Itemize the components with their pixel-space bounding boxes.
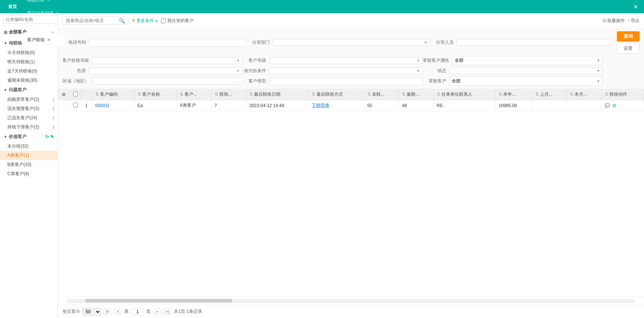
filter-cell-dept: 分管部门 ▼ (246, 39, 430, 46)
sort-icon[interactable]: ⇅ (95, 92, 99, 97)
person-select[interactable]: … (457, 39, 614, 46)
per-page-select[interactable]: 50 100 200 (82, 308, 101, 316)
sidebar-item-label: 持续下滑客户(2) (7, 124, 39, 130)
nav-tab-商品分析列表[interactable]: 商品分析列表✕ (22, 7, 64, 20)
col-header-overdue[interactable]: ⇅逾期... (399, 89, 434, 100)
cust-type-input[interactable] (269, 77, 423, 85)
filter-right-actions: ☑ 批量操作 ↑ 导出 (602, 18, 640, 24)
sidebar-value-item[interactable]: B类客户(33) (0, 160, 58, 169)
sort-icon[interactable]: ⇅ (605, 92, 608, 97)
col-header-current_year[interactable]: ⇅本年... (495, 89, 532, 100)
first-page-btn[interactable]: |< (103, 308, 112, 315)
sidebar-problem-item[interactable]: 持续下滑客户(2) ℹ (0, 123, 58, 132)
retail-select[interactable]: 全部▼ (449, 77, 603, 86)
export-icon: ↑ (628, 18, 630, 23)
col-header-name[interactable]: ⇅客户名称 (134, 89, 176, 100)
sidebar-problem-item[interactable]: 流失预警客户(3) ℹ (0, 104, 58, 113)
settings-button[interactable]: 设置 (617, 43, 640, 54)
tab-close-icon[interactable]: ✕ (47, 38, 50, 42)
export-btn[interactable]: ↑ 导出 (628, 18, 640, 24)
col-header-action[interactable]: ⇅联络动作 (601, 89, 644, 100)
page-input[interactable] (131, 308, 144, 315)
cust-level-select[interactable]: ▼ (269, 57, 423, 64)
row-checkbox[interactable] (73, 103, 78, 107)
sidebar-value-section[interactable]: ▼ 价值客户 ↻ ✎ (0, 132, 58, 142)
col-header-settings[interactable]: ⚙ (58, 89, 70, 100)
main-search-icon[interactable]: 🔍 (119, 18, 125, 24)
row-check (70, 100, 81, 111)
dept-select[interactable]: ▼ (273, 39, 430, 46)
sidebar-problem-item[interactable]: 回购异常客户(2) ℹ (0, 95, 58, 104)
row-type: A类客户 (176, 100, 211, 111)
col-header-contact_count[interactable]: ⇅联络... (211, 89, 246, 100)
row-action: 💬 ⊞ (601, 100, 644, 111)
sort-icon[interactable]: ⇅ (180, 92, 183, 97)
table-body: 1 000031 Ea A类客户 7 2023-04-12 14:44: 下销货… (58, 100, 644, 111)
sort-icon[interactable]: ⇅ (570, 92, 573, 97)
last-page-btn[interactable]: >| (163, 308, 172, 315)
row-contact-count: 7 (211, 100, 246, 111)
col-header-current_month[interactable]: ⇅本月... (567, 89, 602, 100)
price-level-select[interactable]: ▼ (92, 57, 243, 64)
tab-close-icon[interactable]: ✕ (47, 0, 50, 2)
col-header-contact_person[interactable]: ⇅往来单位联系人 (434, 89, 495, 100)
tab-close-icon[interactable]: ✕ (56, 25, 59, 29)
sidebar-value-item[interactable]: A类客户(1) (0, 151, 58, 160)
main-search-input[interactable] (66, 18, 117, 23)
more-conditions-btn[interactable]: ▼ 更多条件 ▲ (131, 18, 158, 24)
nav-tab-商品分析[interactable]: 商品分析✕ (22, 0, 64, 7)
sort-icon[interactable]: ⇅ (402, 92, 405, 97)
sidebar-pending-item[interactable]: 逾期未联络(30) (0, 76, 58, 85)
next-page-btn[interactable]: > (153, 308, 161, 315)
chat-icon[interactable]: 💬 (605, 103, 610, 108)
nav-tab-客户分层经营[interactable]: 客户分层经营✕ (22, 20, 64, 33)
sort-icon[interactable]: ⇅ (249, 92, 253, 97)
sort-icon[interactable]: ⇅ (215, 92, 218, 97)
sort-icon[interactable]: ⇅ (367, 92, 371, 97)
sidebar-pending-item[interactable]: 近7天待联络(0) (0, 67, 58, 76)
col-header-num[interactable] (81, 89, 92, 100)
col-header-type[interactable]: ⇅客户... (176, 89, 211, 100)
sort-icon[interactable]: ⇅ (498, 92, 502, 97)
row-code: 000031 (92, 100, 134, 111)
prev-page-btn[interactable]: < (114, 308, 122, 315)
region-select[interactable]: … (92, 78, 243, 85)
phone-input[interactable] (89, 39, 246, 47)
horizontal-scrollbar[interactable] (67, 299, 635, 303)
nav-home[interactable]: 首页 (3, 0, 22, 13)
sort-icon[interactable]: ⇅ (535, 92, 539, 97)
col-header-last_month[interactable]: ⇅上月... (532, 89, 567, 100)
payment-select[interactable]: ▼ (269, 67, 423, 74)
select-all-checkbox[interactable] (73, 92, 78, 96)
tab-close-icon[interactable]: ✕ (56, 11, 59, 15)
scrollbar-thumb[interactable] (85, 299, 232, 303)
batch-ops-btn[interactable]: ☑ 批量操作 (602, 18, 625, 24)
col-header-last_date[interactable]: ⇅最后联络日期 (246, 89, 309, 100)
query-button[interactable]: 查询 (617, 31, 640, 42)
settings-col-icon[interactable]: ⚙ (62, 92, 66, 97)
sidebar-value-item[interactable]: 未分组(32) (0, 142, 58, 151)
sort-icon[interactable]: ⇅ (137, 92, 141, 97)
sort-icon[interactable]: ⇅ (312, 92, 315, 97)
sidebar-item-label: 近7天待联络(0) (7, 68, 37, 74)
retail-attr-select[interactable]: 全部▼ (452, 56, 603, 65)
sidebar-problem-item[interactable]: 已流失客户(24) ℹ (0, 113, 58, 123)
edit-icon[interactable]: ✎ (50, 134, 54, 139)
nav-tab-客户联络[interactable]: 客户联络✕ (22, 33, 64, 46)
sidebar-value-item[interactable]: C类客户(6) (0, 169, 58, 179)
sidebar-pending-item[interactable]: 今天待联络(0) (0, 48, 58, 57)
sort-icon[interactable]: ⇅ (437, 92, 440, 97)
col-header-code[interactable]: ⇅客户编码 (92, 89, 134, 100)
sidebar-problem-section[interactable]: ▼ 问题客户 (0, 85, 58, 95)
my-customers-checkbox[interactable] (161, 18, 166, 23)
col-header-check[interactable] (70, 89, 81, 100)
sidebar-pending-item[interactable]: 明天待联络(1) (0, 57, 58, 67)
nature-select[interactable]: ▼ (89, 67, 243, 74)
close-all-button[interactable]: ✕ (630, 3, 641, 10)
col-header-not_contact[interactable]: ⇅未联... (364, 89, 399, 100)
refresh-icon[interactable]: ↻ (45, 134, 49, 139)
status-select[interactable]: ▼ (449, 67, 603, 74)
grid-action-icon[interactable]: ⊞ (612, 103, 616, 108)
cust-level-label: 客户等级 (243, 57, 269, 64)
col-header-last_method[interactable]: ⇅最后联络方式 (309, 89, 364, 100)
